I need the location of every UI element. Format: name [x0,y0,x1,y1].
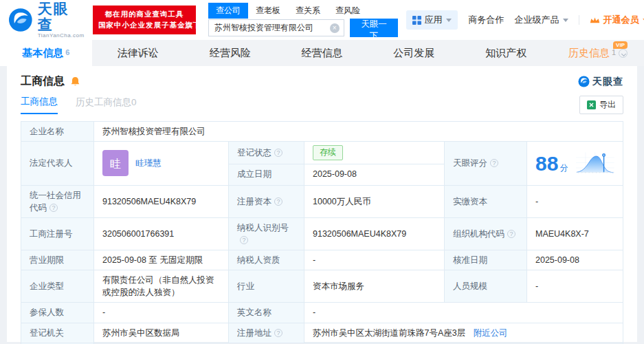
field-value-approval-date: 2025-09-08 [527,250,623,270]
search-tab-risk[interactable]: 查风险 [328,3,368,19]
field-value-english-name: - [304,303,623,323]
field-value-address: 苏州市吴中区太湖街道前珠路7号A座3层 附近公司 [304,323,623,343]
help-icon[interactable] [274,149,282,157]
field-label-reg-no: 工商注册号 [21,217,94,250]
tab-basic-info[interactable]: 基本信息 6 [0,40,92,66]
chevron-down-circle-icon [619,49,628,58]
field-label-establish-date: 成立日期 [229,164,304,185]
field-value-reg-no: 320506001766391 [94,217,229,250]
tab-legal-proceedings[interactable]: 法律诉讼 [92,40,184,66]
row-registration-authority: 登记机关 苏州市吴中区数据局 注册地址 苏州市吴中区太湖街道前珠路7号A座3层 … [21,323,623,343]
field-value-establish-date: 2025-09-08 [304,164,445,185]
brand-logo[interactable]: 天眼查 TianYanCha.com [8,1,85,38]
vip-membership-menu[interactable]: 开通会员 [590,14,644,26]
avatar[interactable]: 眭 [102,150,129,176]
row-insured-count: 参保人数 - 英文名称 - [21,303,623,323]
field-label-staff-size: 人员规模 [445,270,527,303]
field-label-registered-capital: 注册资本 [229,185,304,217]
section-title: 工商信息 [21,74,65,89]
tab-count: 6 [65,48,69,56]
field-label-taxpayer-id: 纳税人识别号 [229,217,304,250]
help-icon[interactable] [507,230,515,238]
company-nav-tabs: 基本信息 6 法律诉讼 经营风险 经营信息 公司发展 知识产权 VIP 历史信息… [0,40,644,66]
help-icon[interactable] [240,236,248,244]
status-badge: 存续 [313,145,343,160]
field-label-legal-representative: 法定代表人 [21,142,94,185]
help-icon[interactable] [490,159,498,167]
tab-operational-risk[interactable]: 经营风险 [184,40,276,66]
header: 天眼查 TianYanCha.com 都在用的商业查询工具 国家中小企业发展子基… [0,0,644,40]
field-value-industry: 资本市场服务 [304,270,445,303]
brand-name: 天眼查 [38,1,85,32]
row-credit-code: 统一社会信用代码 91320506MAEU4K8X79 注册资本 10000万人… [21,185,623,217]
row-business-term: 营业期限 2025-09-08 至 无固定期限 纳税人资质 - 核准日期 202… [21,250,623,270]
chevron-down-icon [563,19,568,22]
promo-line-2: 国家中小企业发展子基金旗下机构 [98,20,190,31]
clear-icon[interactable]: × [330,23,340,33]
alert-bell-icon[interactable] [70,76,80,87]
subtab-business-info[interactable]: 工商信息 [21,96,58,114]
help-icon[interactable] [274,329,282,337]
crown-icon [590,17,600,24]
field-value-registered-capital: 10000万人民币 [304,185,445,217]
row-registration-number: 工商注册号 320506001766391 纳税人识别号 91320506MAE… [21,217,623,250]
field-value-staff-size: - [527,270,623,303]
company-info-table: 企业名称 苏州智核投资管理有限公司 法定代表人 眭 眭瑾慧 登记状态 存续 天眼… [21,121,623,344]
tianyancha-logo-icon [578,76,590,87]
field-value-uscc: 91320506MAEU4K8X79 [94,185,229,217]
tianyancha-logo-icon [8,8,33,32]
field-label-address: 注册地址 [229,323,304,343]
score-unit: 分 [559,163,568,173]
field-label-paid-capital: 实缴资本 [445,185,527,217]
field-value-paid-capital: - [527,185,623,217]
field-label-registration-status: 登记状态 [229,142,304,164]
search-button[interactable]: 天眼一下 [350,19,399,37]
chevron-down-icon [446,19,452,22]
help-icon[interactable] [49,204,58,212]
field-value-registration-status: 存续 [304,142,445,164]
grid-icon [412,16,421,25]
business-cooperation-link[interactable]: 商务合作 [468,14,504,26]
legal-representative-link[interactable]: 眭瑾慧 [135,157,162,169]
row-company-type: 企业类型 有限责任公司（非自然人投资或控股的法人独资） 行业 资本市场服务 人员… [21,270,623,303]
field-label-english-name: 英文名称 [229,303,304,323]
field-label-taxpayer-qualification: 纳税人资质 [229,250,304,270]
subtab-history-business-info[interactable]: 历史工商信息0 [76,96,137,114]
field-value-legal-representative: 眭 眭瑾慧 [94,142,229,185]
tab-intellectual-property[interactable]: 知识产权 [460,40,552,66]
field-label-authority: 登记机关 [21,323,94,343]
field-label-uscc: 统一社会信用代码 [21,185,94,217]
search-area: 查公司 查老板 查关系 查风险 × 天眼一下 [208,3,399,37]
field-label-industry: 行业 [229,270,304,303]
field-value-insured: - [94,303,229,323]
search-input[interactable] [214,23,330,33]
brand-domain: TianYanCha.com [38,32,85,39]
score-value: 88 [535,152,558,175]
row-legal-representative: 法定代表人 眭 眭瑾慧 登记状态 存续 天眼评分 88分 [21,142,623,164]
excel-icon [587,100,596,109]
field-label-insured: 参保人数 [21,303,94,323]
header-menu: 应用 商务合作 企业级产品 开通会员 费米 [406,10,644,30]
search-tab-company[interactable]: 查公司 [208,3,248,19]
search-tab-relation[interactable]: 查关系 [288,3,328,19]
divider [579,15,579,25]
field-value-tianyan-score[interactable]: 88分 [527,142,623,185]
row-company-name: 企业名称 苏州智核投资管理有限公司 [21,122,623,142]
tab-business-info[interactable]: 经营信息 [276,40,368,66]
help-icon[interactable] [274,197,282,206]
score-distribution-chart [576,145,614,181]
tab-count: 1 [612,48,616,56]
tab-company-development[interactable]: 公司发展 [368,40,460,66]
field-label-company-type: 企业类型 [21,270,94,303]
field-value-taxpayer-qualification: - [304,250,445,270]
field-label-term: 营业期限 [21,250,94,270]
field-value-term: 2025-09-08 至 无固定期限 [94,250,229,270]
tab-history-info[interactable]: VIP 历史信息 1 [552,40,644,66]
search-tab-boss[interactable]: 查老板 [248,3,288,19]
export-button[interactable]: 导出 [579,96,623,114]
nearby-companies-link[interactable]: 附近公司 [474,328,508,338]
field-value-taxpayer-id: 91320506MAEU4K8X79 [304,217,445,250]
enterprise-products-menu[interactable]: 企业级产品 [514,14,568,26]
promo-line-1: 都在用的商业查询工具 [98,9,190,20]
apps-menu[interactable]: 应用 [406,10,458,30]
